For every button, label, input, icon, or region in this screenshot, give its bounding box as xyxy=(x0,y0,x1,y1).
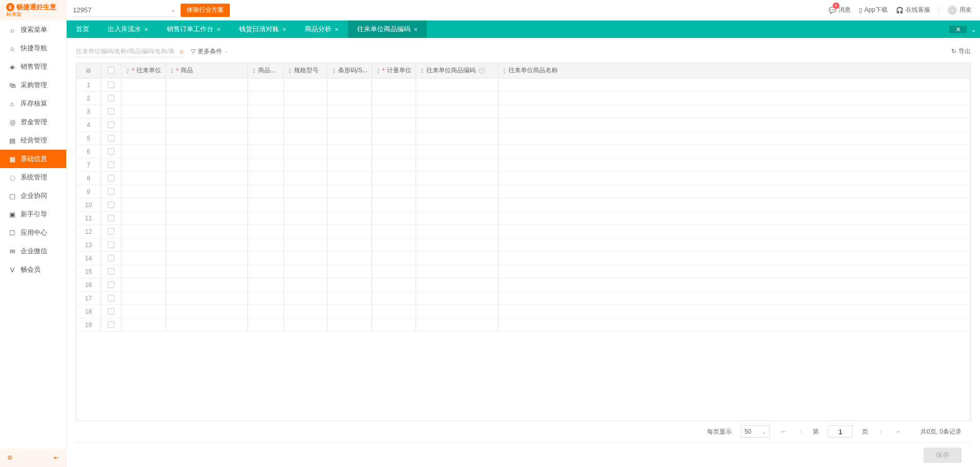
checkbox[interactable] xyxy=(108,308,114,315)
col-partner[interactable]: ▲▼*往来单位 xyxy=(122,63,166,78)
checkbox[interactable] xyxy=(108,135,114,141)
checkbox[interactable] xyxy=(108,95,114,101)
cell[interactable] xyxy=(328,198,372,211)
cell[interactable] xyxy=(248,118,284,131)
cell[interactable] xyxy=(166,305,248,318)
col-settings[interactable]: ⚙ xyxy=(76,63,101,78)
cell[interactable] xyxy=(372,278,416,291)
cell[interactable] xyxy=(328,305,372,318)
table-row[interactable]: 7 xyxy=(76,158,970,172)
sidebar-item[interactable]: 🛍采购管理 xyxy=(0,76,66,94)
cell[interactable] xyxy=(416,145,498,158)
tabs-more-button[interactable]: ⌄ xyxy=(967,26,980,33)
cell[interactable] xyxy=(372,225,416,238)
cell[interactable] xyxy=(166,225,248,238)
cell[interactable] xyxy=(284,305,328,318)
tab[interactable]: 出入库流水✕ xyxy=(99,21,158,38)
table-row[interactable]: 1 xyxy=(76,78,970,92)
cell[interactable] xyxy=(372,158,416,171)
table-row[interactable]: 11 xyxy=(76,212,970,225)
cell[interactable] xyxy=(328,212,372,225)
cell[interactable] xyxy=(284,318,328,331)
last-page-button[interactable]: ⇥ xyxy=(893,428,902,435)
messages-button[interactable]: 💬 6 消息 xyxy=(829,6,851,14)
cell[interactable] xyxy=(248,318,284,331)
help-icon[interactable]: ? xyxy=(479,68,485,74)
first-page-button[interactable]: ⇤ xyxy=(779,428,788,435)
next-page-button[interactable]: › xyxy=(877,428,884,435)
col-spec[interactable]: ▲▼规格型号 xyxy=(284,63,328,78)
cell[interactable] xyxy=(122,252,166,265)
cell[interactable] xyxy=(416,118,498,131)
cell[interactable] xyxy=(248,238,284,251)
cell[interactable] xyxy=(328,292,372,304)
cell[interactable] xyxy=(498,105,970,118)
cell[interactable] xyxy=(122,225,166,238)
col-partner-name[interactable]: ▲▼往来单位商品名称 xyxy=(498,63,970,78)
cell[interactable] xyxy=(328,145,372,158)
cell[interactable] xyxy=(372,292,416,304)
checkbox[interactable] xyxy=(108,268,114,275)
cell[interactable] xyxy=(498,198,970,211)
cell[interactable] xyxy=(372,78,416,91)
cell[interactable] xyxy=(166,238,248,251)
sidebar-item[interactable]: ☐应用中心 xyxy=(0,224,66,242)
cell[interactable] xyxy=(248,212,284,225)
cell[interactable] xyxy=(166,265,248,278)
cell[interactable] xyxy=(328,238,372,251)
checkbox[interactable] xyxy=(108,228,114,235)
cell[interactable] xyxy=(284,212,328,225)
cell[interactable] xyxy=(284,265,328,278)
checkbox[interactable] xyxy=(108,121,114,128)
cell[interactable] xyxy=(372,92,416,105)
checkbox[interactable] xyxy=(108,161,114,168)
search-field[interactable]: ⌕ xyxy=(76,45,184,57)
cell[interactable] xyxy=(284,132,328,145)
cell[interactable] xyxy=(122,132,166,145)
cell[interactable] xyxy=(122,318,166,331)
cell[interactable] xyxy=(372,212,416,225)
cell[interactable] xyxy=(166,198,248,211)
cell[interactable] xyxy=(284,238,328,251)
table-row[interactable]: 17 xyxy=(76,292,970,305)
tab[interactable]: 首页 xyxy=(67,21,99,38)
cell[interactable] xyxy=(248,172,284,185)
table-row[interactable]: 16 xyxy=(76,278,970,292)
tab[interactable]: 往来单位商品编码✕ xyxy=(348,21,427,38)
table-row[interactable]: 8 xyxy=(76,172,970,185)
table-row[interactable]: 9 xyxy=(76,185,970,198)
col-product-ext[interactable]: ▲▼商品... xyxy=(248,63,284,78)
table-row[interactable]: 14 xyxy=(76,252,970,265)
try-industry-button[interactable]: 体验行业方案 xyxy=(181,4,230,17)
cell[interactable] xyxy=(328,78,372,91)
cell[interactable] xyxy=(248,252,284,265)
cell[interactable] xyxy=(498,92,970,105)
cell[interactable] xyxy=(416,305,498,318)
table-row[interactable]: 4 xyxy=(76,118,970,132)
cell[interactable] xyxy=(122,118,166,131)
cell[interactable] xyxy=(416,92,498,105)
cell[interactable] xyxy=(166,105,248,118)
cell[interactable] xyxy=(328,318,372,331)
table-row[interactable]: 5 xyxy=(76,132,970,145)
search-input[interactable] xyxy=(76,48,180,55)
tab[interactable]: 商品分析✕ xyxy=(296,21,348,38)
cell[interactable] xyxy=(328,185,372,198)
cell[interactable] xyxy=(416,172,498,185)
sidebar-item[interactable]: ◎资金管理 xyxy=(0,113,66,131)
table-row[interactable]: 19 xyxy=(76,318,970,332)
tab[interactable]: 钱货日清对账✕ xyxy=(230,21,296,38)
table-row[interactable]: 13 xyxy=(76,238,970,252)
cell[interactable] xyxy=(416,278,498,291)
cell[interactable] xyxy=(416,318,498,331)
cell[interactable] xyxy=(166,252,248,265)
cell[interactable] xyxy=(166,212,248,225)
save-button[interactable]: 保存 xyxy=(924,448,962,463)
cell[interactable] xyxy=(416,212,498,225)
cell[interactable] xyxy=(416,238,498,251)
cell[interactable] xyxy=(416,185,498,198)
cell[interactable] xyxy=(498,278,970,291)
sidebar-item[interactable]: ▤经营管理 xyxy=(0,131,66,150)
table-row[interactable]: 3 xyxy=(76,105,970,118)
checkbox[interactable] xyxy=(108,148,114,155)
